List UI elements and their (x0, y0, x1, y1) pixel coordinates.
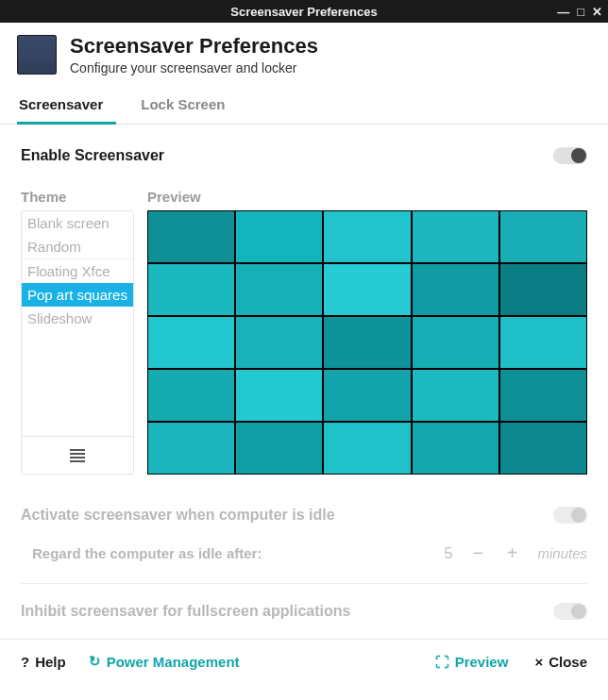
enable-screensaver-toggle[interactable] (553, 147, 587, 164)
close-button-label: Close (549, 654, 587, 670)
preview-cell (324, 423, 410, 474)
preview-cell (324, 211, 410, 262)
preview-cell (324, 264, 410, 315)
inhibit-fullscreen-row: Inhibit screensaver for fullscreen appli… (21, 597, 587, 625)
fullscreen-icon: ⛶ (435, 654, 449, 670)
app-icon (17, 35, 57, 75)
page-title: Screensaver Preferences (70, 34, 318, 58)
preview-cell (236, 317, 322, 368)
preview-cell (236, 264, 322, 315)
preview-cell (500, 317, 586, 368)
activate-idle-label: Activate screensaver when computer is id… (21, 507, 335, 524)
theme-heading: Theme (21, 189, 147, 205)
preview-cell (148, 370, 234, 421)
enable-screensaver-row: Enable Screensaver (21, 142, 587, 170)
screensaver-preview (147, 210, 587, 475)
tab-screensaver[interactable]: Screensaver (17, 87, 116, 125)
toggle-knob (571, 148, 586, 163)
preview-button[interactable]: ⛶ Preview (435, 654, 509, 670)
theme-item-random[interactable]: Random (22, 235, 133, 259)
preview-cell (500, 264, 586, 315)
theme-item-pop-art-squares[interactable]: Pop art squares (22, 283, 133, 307)
preview-heading: Preview (147, 189, 201, 205)
preview-cell (148, 317, 234, 368)
theme-list: Blank screen Random Floating Xfce Pop ar… (21, 210, 134, 475)
close-icon: × (534, 654, 543, 670)
idle-after-label: Regard the computer as idle after: (21, 545, 262, 561)
preview-cell (148, 423, 234, 474)
idle-minutes-value: 5 (424, 545, 452, 562)
page-subtitle: Configure your screensaver and locker (70, 60, 318, 75)
help-icon: ? (21, 654, 29, 670)
enable-screensaver-label: Enable Screensaver (21, 147, 164, 164)
theme-and-preview: Blank screen Random Floating Xfce Pop ar… (21, 210, 587, 475)
content: Enable Screensaver Theme Preview Blank s… (0, 125, 608, 625)
help-button-label: Help (35, 654, 66, 670)
section-headings: Theme Preview (21, 189, 587, 205)
preview-cell (413, 211, 498, 262)
inhibit-fullscreen-toggle[interactable] (553, 603, 587, 620)
preview-cell (413, 264, 498, 315)
power-management-label: Power Management (107, 654, 240, 670)
close-button[interactable]: × Close (534, 654, 587, 670)
theme-item-slideshow[interactable]: Slideshow (22, 307, 133, 330)
preview-cell (236, 370, 322, 421)
maximize-button[interactable]: □ (577, 5, 584, 19)
divider (21, 583, 587, 584)
tab-lock-screen[interactable]: Lock Screen (139, 87, 238, 124)
preview-cell (324, 317, 410, 368)
inhibit-fullscreen-label: Inhibit screensaver for fullscreen appli… (21, 603, 350, 620)
toggle-knob (571, 604, 586, 619)
activate-idle-toggle[interactable] (553, 507, 587, 524)
menu-icon[interactable] (70, 449, 85, 462)
preview-grid (148, 211, 586, 474)
idle-minutes-stepper: 5 − + minutes (424, 542, 587, 564)
activate-idle-row: Activate screensaver when computer is id… (21, 501, 587, 529)
preview-cell (500, 211, 586, 262)
window-title: Screensaver Preferences (230, 5, 377, 19)
close-window-button[interactable]: ✕ (592, 5, 602, 19)
theme-items: Blank screen Random Floating Xfce Pop ar… (22, 211, 133, 436)
preview-button-label: Preview (455, 654, 509, 670)
preview-cell (236, 423, 322, 474)
header: Screensaver Preferences Configure your s… (0, 23, 608, 83)
idle-minutes-unit: minutes (537, 545, 587, 561)
power-management-button[interactable]: ↻ Power Management (89, 653, 240, 670)
preview-cell (500, 370, 586, 421)
window-controls: — □ ✕ (557, 0, 602, 23)
tabs: Screensaver Lock Screen (0, 87, 608, 125)
titlebar: Screensaver Preferences — □ ✕ (0, 0, 608, 23)
preview-cell (324, 370, 410, 421)
stepper-minus-button[interactable]: − (469, 542, 486, 564)
stepper-plus-button[interactable]: + (503, 542, 520, 564)
help-button[interactable]: ? Help (21, 654, 66, 670)
preview-cell (500, 423, 586, 474)
theme-item-floating-xfce[interactable]: Floating Xfce (22, 259, 133, 283)
preview-cell (148, 211, 234, 262)
preview-cell (413, 423, 498, 474)
preview-cell (236, 211, 322, 262)
preview-cell (413, 317, 498, 368)
idle-after-row: Regard the computer as idle after: 5 − +… (21, 537, 587, 570)
theme-list-footer (22, 436, 133, 474)
preview-cell (413, 370, 498, 421)
toggle-knob (571, 508, 586, 523)
theme-item-blank-screen[interactable]: Blank screen (22, 211, 133, 235)
refresh-icon: ↻ (89, 653, 101, 670)
preview-cell (148, 264, 234, 315)
minimize-button[interactable]: — (557, 5, 569, 19)
bottom-bar: ? Help ↻ Power Management ⛶ Preview × Cl… (0, 639, 608, 683)
